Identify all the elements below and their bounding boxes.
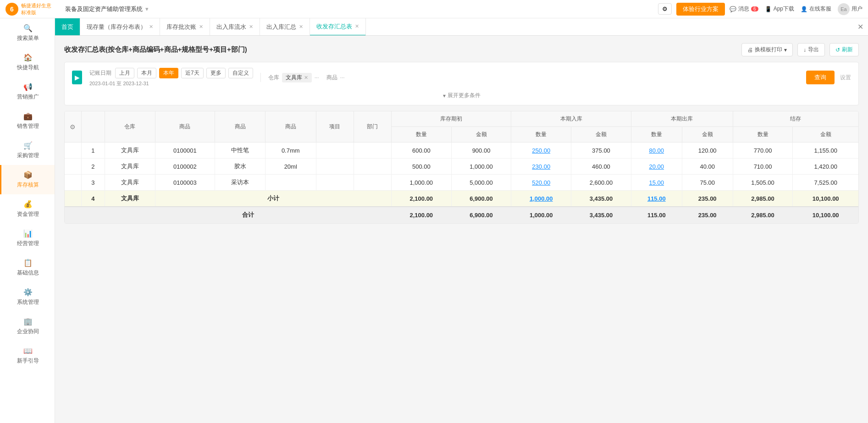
home-icon: 🏠 [23, 53, 33, 62]
th-closing-amt: 金额 [793, 127, 858, 143]
date-last-month[interactable]: 上月 [115, 68, 134, 78]
date-this-year[interactable]: 本年 [159, 68, 178, 78]
row-goods-spec: 0.7mm [265, 143, 316, 159]
print-button[interactable]: 🖨 换模板打印 ▾ [741, 43, 793, 56]
tab-inventory-dist[interactable]: 现存量（库存分布表） ✕ [80, 18, 160, 36]
tab-stock-summary-close[interactable]: ✕ [355, 23, 359, 29]
app-download-button[interactable]: 📱 App下载 [765, 5, 794, 13]
row-in-qty[interactable]: 520.00 [511, 175, 571, 191]
tab-home[interactable]: 首页 [55, 18, 80, 36]
query-button[interactable]: 查询 [806, 71, 835, 84]
sidebar-item-finance[interactable]: 💰 资金管理 [0, 194, 55, 224]
warehouse-more[interactable]: ··· [315, 74, 319, 81]
filter-expand-arrow[interactable]: ▶ [72, 71, 82, 84]
sidebar-item-search[interactable]: 🔍 搜索菜单 [0, 18, 55, 48]
total-out-qty: 115.00 [631, 207, 682, 223]
th-goods-name: 商品 [215, 111, 265, 143]
page-title: 收发存汇总表(按仓库+商品编码+商品+规格型号+项目+部门) [64, 45, 247, 54]
total-in-amt: 3,435.00 [571, 207, 631, 223]
tab-in-out-flow-close[interactable]: ✕ [249, 24, 253, 30]
sidebar-item-marketing[interactable]: 📢 营销推广 [0, 77, 55, 106]
tab-in-out-flow[interactable]: 出入库流水 ✕ [210, 18, 260, 36]
settings-gear-button[interactable]: ⚙ [658, 3, 672, 15]
tab-stock-summary[interactable]: 收发存汇总表 ✕ [310, 18, 366, 36]
sidebar-item-quick-nav[interactable]: 🏠 快捷导航 [0, 48, 55, 77]
sidebar-item-inventory[interactable]: 📦 库存核算 [0, 165, 55, 194]
trial-button[interactable]: 体验行业方案 [676, 3, 725, 16]
user-button[interactable]: Ea 用户 [838, 3, 862, 15]
tab-in-out-flow-label: 出入库流水 [216, 23, 246, 31]
subtotal-settings [65, 191, 81, 207]
messages-button[interactable]: 💬 消息 6 [730, 5, 758, 13]
row-out-amt: 75.00 [682, 175, 733, 191]
th-department: 部门 [354, 111, 391, 143]
filter-divider-1 [260, 73, 261, 82]
refresh-button[interactable]: ↺ 刷新 [829, 43, 859, 56]
total-label: 合计 [105, 207, 392, 223]
date-more[interactable]: 更多 [206, 68, 226, 78]
tab-in-out-summary-label: 出入库汇总 [266, 23, 296, 31]
th-opening-qty: 数量 [391, 127, 451, 143]
tab-in-out-summary[interactable]: 出入库汇总 ✕ [260, 18, 310, 36]
sidebar-item-system-label: 系统管理 [17, 298, 39, 306]
th-closing-group: 结存 [733, 111, 858, 127]
th-no [81, 111, 105, 143]
filter-row-main: ▶ 记账日期 上月 本月 本年 近7天 更多 自定义 [72, 68, 851, 87]
warehouse-tag-close[interactable]: ✕ [304, 75, 308, 81]
sidebar-item-system[interactable]: ⚙️ 系统管理 [0, 282, 55, 312]
row-out-qty[interactable]: 15.00 [631, 175, 682, 191]
sidebar-item-basic-info[interactable]: 📋 基础信息 [0, 253, 55, 282]
tab-in-out-summary-close[interactable]: ✕ [299, 24, 303, 30]
sidebar-item-sales[interactable]: 💼 销售管理 [0, 106, 55, 136]
tab-batch-account[interactable]: 库存批次账 ✕ [160, 18, 210, 36]
date-custom[interactable]: 自定义 [228, 68, 253, 78]
tab-bar-close-all[interactable]: ✕ [853, 22, 868, 31]
subtotal-out-qty[interactable]: 115.00 [631, 191, 682, 207]
date-last-7days[interactable]: 近7天 [181, 68, 204, 78]
content-area: 首页 现存量（库存分布表） ✕ 库存批次账 ✕ 出入库流水 ✕ 出入库汇总 ✕ … [55, 18, 868, 423]
online-service-button[interactable]: 👤 在线客服 [801, 5, 831, 13]
print-icon: 🖨 [747, 47, 753, 53]
row-out-qty[interactable]: 80.00 [631, 143, 682, 159]
sidebar-item-guide[interactable]: 📖 新手引导 [0, 341, 55, 370]
subtotal-no: 4 [81, 191, 105, 207]
th-out-qty: 数量 [631, 127, 682, 143]
row-out-qty[interactable]: 20.00 [631, 159, 682, 175]
system-dropdown-icon[interactable]: ▾ [145, 5, 149, 12]
total-row: 合计 2,100.00 6,900.00 1,000.00 3,435.00 1… [65, 207, 858, 223]
main-layout: 🔍 搜索菜单 🏠 快捷导航 📢 营销推广 💼 销售管理 🛒 采购管理 📦 库存核… [0, 18, 868, 423]
row-in-qty[interactable]: 230.00 [511, 159, 571, 175]
tab-bar: 首页 现存量（库存分布表） ✕ 库存批次账 ✕ 出入库流水 ✕ 出入库汇总 ✕ … [55, 18, 868, 36]
row-project [316, 143, 354, 159]
export-button[interactable]: ↓ 导出 [797, 43, 825, 56]
subtotal-row: 4 文具库 小计 2,100.00 6,900.00 1,000.00 3,43… [65, 191, 858, 207]
row-department [354, 159, 391, 175]
sidebar-item-enterprise[interactable]: 🏢 企业协同 [0, 312, 55, 341]
row-department [354, 143, 391, 159]
tab-batch-account-close[interactable]: ✕ [199, 24, 203, 30]
goods-more[interactable]: ··· [340, 74, 345, 81]
total-closing-amt: 10,100.00 [793, 207, 858, 223]
tab-inventory-dist-close[interactable]: ✕ [149, 24, 153, 30]
sidebar-item-sales-label: 销售管理 [17, 122, 39, 130]
inventory-icon: 📦 [23, 170, 33, 179]
tab-stock-summary-label: 收发存汇总表 [316, 22, 352, 31]
sidebar-item-operations[interactable]: 📊 经营管理 [0, 224, 55, 253]
subtotal-warehouse: 文具库 [105, 191, 155, 207]
date-this-month[interactable]: 本月 [137, 68, 156, 78]
settings-link[interactable]: 设置 [840, 74, 851, 82]
logo-text: 畅捷通好生意 标准版 [21, 2, 51, 16]
system-icon: ⚙️ [23, 288, 33, 297]
download-icon: 📱 [765, 6, 772, 12]
table-settings-icon[interactable]: ⚙ [70, 123, 76, 131]
sidebar-item-operations-label: 经营管理 [17, 240, 39, 247]
basic-info-icon: 📋 [23, 258, 33, 267]
row-closing-amt: 1,155.00 [793, 143, 858, 159]
row-in-qty[interactable]: 250.00 [511, 143, 571, 159]
row-settings [65, 159, 81, 175]
subtotal-in-qty[interactable]: 1,000.00 [511, 191, 571, 207]
warehouse-filter: 仓库 文具库 ✕ ··· [268, 73, 319, 82]
sidebar-item-purchase[interactable]: 🛒 采购管理 [0, 136, 55, 165]
th-settings: ⚙ [65, 111, 81, 143]
expand-conditions-button[interactable]: ▾ 展开更多条件 [443, 92, 481, 99]
